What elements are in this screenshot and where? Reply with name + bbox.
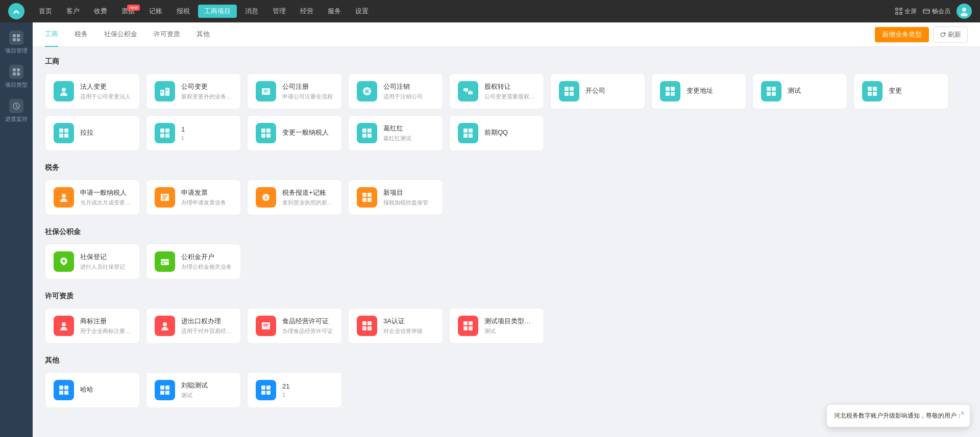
tab-other[interactable]: 其他	[197, 22, 210, 47]
card-open-company[interactable]: 开公司	[550, 73, 645, 109]
tab-social-fund[interactable]: 社保公积金	[104, 22, 137, 47]
card-name-tax-report-bookkeeping: 税务报道+记账	[282, 188, 333, 197]
notification-close-button[interactable]: ×	[961, 409, 965, 417]
card-desc-social-register: 进行人员社保登记	[80, 263, 131, 271]
card-import-export[interactable]: 进出口权办理 适用于对外贸易经营者	[146, 308, 241, 344]
card-fund-account[interactable]: 公积金开户 办理公积金相关业务	[146, 244, 241, 279]
nav-industry[interactable]: 工商项目	[198, 5, 237, 18]
card-social-register[interactable]: 社保登记 进行人员社保登记	[45, 244, 140, 279]
svg-rect-93	[469, 321, 473, 325]
vip-button[interactable]: 畅会员	[923, 7, 950, 16]
nav-service[interactable]: 服务	[322, 5, 347, 18]
card-lala[interactable]: 拉拉	[45, 115, 140, 151]
card-icon-company-register	[256, 81, 276, 101]
svg-rect-21	[165, 88, 169, 96]
card-desc-21: 1	[282, 392, 333, 398]
card-icon-new-project	[357, 187, 377, 208]
card-qianqiqq[interactable]: 前期QQ	[449, 115, 544, 151]
nav-manage[interactable]: 管理	[266, 5, 292, 18]
svg-rect-97	[64, 385, 68, 390]
card-apply-invoice[interactable]: 申请发票 办理申请发票业务	[146, 179, 241, 215]
card-name-qianqiqq: 前期QQ	[484, 128, 535, 137]
card-name-change-address: 变更地址	[687, 86, 738, 95]
nav-home[interactable]: 首页	[33, 5, 58, 18]
card-21[interactable]: 21 1	[247, 372, 342, 408]
nav-settings[interactable]: 设置	[349, 5, 375, 18]
card-trademark[interactable]: 商标注册 用于企业商标注册服务	[45, 308, 140, 344]
card-desc-company-register: 申请公司注册全流程	[282, 93, 333, 100]
refresh-button[interactable]: 刷新	[933, 27, 968, 43]
svg-rect-107	[266, 391, 271, 395]
svg-point-83	[62, 322, 66, 326]
svg-rect-6	[923, 9, 929, 13]
card-name-import-export: 进出口权办理	[181, 317, 232, 326]
add-business-type-button[interactable]: 新增业务类型	[875, 27, 929, 42]
card-apply-general-tax[interactable]: 申请一般纳税人 当月或次月成变更完成	[45, 179, 140, 215]
fullscreen-button[interactable]: 全屏	[895, 7, 917, 16]
nav-bookkeeping[interactable]: 记账	[143, 5, 168, 18]
svg-point-79	[63, 260, 65, 263]
card-company-register[interactable]: 公司注册 申请公司注册全流程	[247, 73, 342, 109]
tab-industry[interactable]: 工商	[45, 22, 58, 47]
card-3a-cert[interactable]: 3A认证 对企业信誉评级	[348, 308, 443, 344]
card-test-project-type[interactable]: 测试项目类型自定义 测试	[449, 308, 544, 344]
svg-rect-23	[166, 89, 167, 91]
card-change-address[interactable]: 变更地址	[651, 73, 746, 109]
progress-monitor-icon	[9, 99, 23, 113]
card-icon-company-cancel	[357, 81, 377, 101]
card-icon-qianqiqq	[458, 123, 478, 143]
card-desc-company-change: 股权变更外的业务变更	[181, 93, 232, 100]
card-legal-change[interactable]: 法人变更 适用于公司变更法人	[45, 73, 140, 109]
tab-license[interactable]: 许可资质	[154, 22, 180, 47]
main-content: 工商 税务 社保公积金 许可资质 其他 新增业务类型 刷新 工商	[33, 22, 980, 437]
card-change-tax[interactable]: 变更一般纳税人	[247, 115, 342, 151]
svg-rect-88	[362, 321, 366, 325]
card-name-equity-transfer: 股权转让	[484, 82, 535, 91]
svg-rect-62	[362, 134, 366, 138]
nav-operation[interactable]: 经营	[294, 5, 320, 18]
nav-message[interactable]: 消息	[239, 5, 264, 18]
svg-rect-55	[165, 134, 169, 138]
sidebar-item-project-management[interactable]: 项目管理	[2, 27, 31, 59]
svg-rect-78	[368, 198, 372, 202]
card-icon-social-register	[54, 251, 74, 272]
card-haha[interactable]: 哈哈	[45, 372, 140, 408]
card-test1[interactable]: 测试	[752, 73, 847, 109]
svg-rect-61	[368, 128, 372, 133]
svg-rect-66	[463, 134, 468, 138]
card-icon-apply-invoice	[155, 187, 175, 208]
card-food-license[interactable]: 食品经营许可证 办理食品经营许可证	[247, 308, 342, 344]
sidebar-item-project-type[interactable]: 项目类型	[2, 61, 31, 93]
card-liucong-test[interactable]: 刘聪测试 测试	[146, 372, 241, 408]
card-equity-transfer[interactable]: 股权转让 公司变更需要股权转让	[449, 73, 544, 109]
nav-tax[interactable]: 报税	[170, 5, 196, 18]
svg-rect-50	[59, 134, 63, 138]
card-gehonghong[interactable]: 葛红红 葛红红测试	[348, 115, 443, 151]
svg-rect-32	[565, 87, 569, 91]
card-new-project[interactable]: 新项目 报税加税控盘保管	[348, 179, 443, 215]
svg-rect-54	[160, 134, 164, 138]
section-title-tax: 税务	[45, 163, 968, 172]
card-icon-gehonghong	[357, 123, 377, 143]
avatar[interactable]	[957, 4, 972, 19]
svg-rect-12	[13, 38, 16, 41]
svg-rect-81	[161, 261, 169, 262]
svg-rect-57	[266, 128, 271, 133]
card-tax-report-bookkeeping[interactable]: ¥ 税务报道+记账 拿到营业执照的新公司	[247, 179, 342, 215]
tab-tax[interactable]: 税务	[75, 22, 88, 47]
card-icon-21	[256, 380, 276, 400]
card-one[interactable]: 1 1	[146, 115, 241, 151]
nav-customer[interactable]: 客户	[60, 5, 86, 18]
card-change1[interactable]: 变更	[853, 73, 948, 109]
card-name-new-project: 新项目	[383, 188, 434, 197]
nav-fee[interactable]: 收费	[88, 5, 113, 18]
card-company-cancel[interactable]: 公司注销 适用于注销公司	[348, 73, 443, 109]
notification-text: 河北税务数字账户升级影响通知，尊敬的用户：	[834, 411, 963, 421]
svg-rect-35	[570, 92, 574, 96]
card-icon-open-company	[559, 81, 579, 101]
card-icon-legal-change	[54, 81, 74, 101]
nav-ticket[interactable]: 票据 new	[115, 5, 141, 18]
card-name-company-register: 公司注册	[282, 82, 333, 91]
sidebar-item-progress-monitor[interactable]: 进度监控	[2, 95, 31, 127]
card-company-change[interactable]: 公司变更 股权变更外的业务变更	[146, 73, 241, 109]
